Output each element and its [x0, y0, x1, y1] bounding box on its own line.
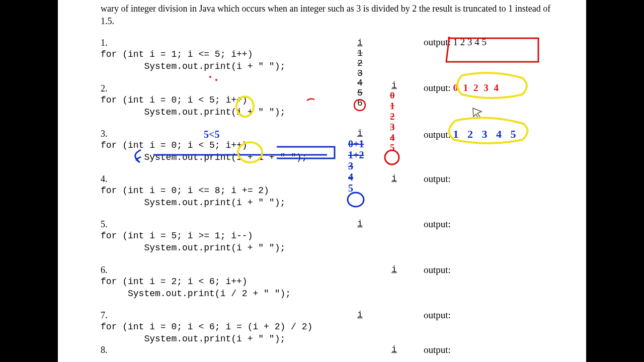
svg-point-6 [209, 76, 211, 78]
trace-col-2: 0 1 2 3 4 5 [390, 90, 395, 153]
annotation-condition: 5<5 [204, 129, 219, 140]
problem-number: 8. [101, 345, 108, 355]
output-label-6: output: [424, 264, 451, 276]
problem-number: 5. [101, 219, 285, 230]
problem-code: for (int i = 5; i >= 1; i--) System.out.… [101, 230, 285, 254]
problem-code: for (int i = 2; i < 6; i++) System.out.p… [101, 276, 291, 300]
problem-1: 1. for (int i = 1; i <= 5; i++) System.o… [101, 38, 285, 73]
dot-annotation-2 [304, 95, 319, 105]
problem-number: 7. [101, 310, 312, 321]
problem-number: 2. [101, 83, 285, 94]
problem-code: for (int i = 1; i <= 5; i++) System.out.… [101, 48, 285, 73]
trace-col-3: 0+1 1+2 3 4 5 [348, 138, 364, 194]
problem-6: 6. for (int i = 2; i < 6; i++) System.ou… [101, 265, 291, 300]
intro-text: wary of integer division in Java which o… [101, 3, 553, 28]
output-label-7: output: [424, 310, 451, 321]
problem-code: for (int i = 0; i < 6; i = (i + 2) / 2) … [101, 321, 312, 345]
problem-2: 2. for (int i = 0; i < 5; i++) System.ou… [101, 83, 285, 119]
svg-point-5 [348, 193, 364, 207]
problem-8: 8. [101, 345, 108, 355]
problem-5: 5. for (int i = 5; i >= 1; i--) System.o… [101, 219, 285, 254]
problem-4: 4. for (int i = 0; i <= 8; i += 2) Syste… [101, 174, 285, 209]
dot-annotation [206, 73, 221, 83]
i-header-6: i [391, 264, 397, 275]
i-header-5: i [357, 219, 363, 229]
cursor-icon [470, 106, 486, 121]
svg-point-7 [215, 79, 217, 81]
problem-number: 4. [101, 174, 285, 185]
i-header-4: i [391, 173, 397, 184]
i-header-8: i [391, 344, 397, 354]
i-header-1: i [357, 38, 363, 48]
problem-code: for (int i = 0; i < 5; i++) System.out.p… [101, 139, 307, 164]
output-label-2: output: 0 1 2 3 4 [424, 82, 500, 94]
output-label-5: output: [424, 219, 451, 230]
problem-code: for (int i = 0; i < 5; i++) System.out.p… [101, 94, 285, 119]
trace-col-1: 1 2 3 4 5 6 [357, 49, 363, 109]
output-label-1: output: 1 2 3 4 5 [424, 37, 487, 48]
document-page: wary of integer division in Java which o… [58, 0, 586, 362]
problem-code: for (int i = 0; i <= 8; i += 2) System.o… [101, 185, 285, 209]
output-label-8: output: [424, 344, 451, 355]
output-label-4: output: [424, 173, 451, 185]
i-header-7: i [357, 310, 363, 320]
output-label-3: output: 1 2 3 4 5 [424, 128, 519, 141]
problem-number: 6. [101, 265, 291, 276]
problem-7: 7. for (int i = 0; i < 6; i = (i + 2) / … [101, 310, 312, 345]
page-content: wary of integer division in Java which o… [58, 0, 586, 362]
problem-number: 1. [101, 38, 285, 48]
i-header-2: i [391, 80, 397, 90]
circle-annotation-blue [346, 191, 365, 208]
i-header-3: i [357, 128, 363, 138]
